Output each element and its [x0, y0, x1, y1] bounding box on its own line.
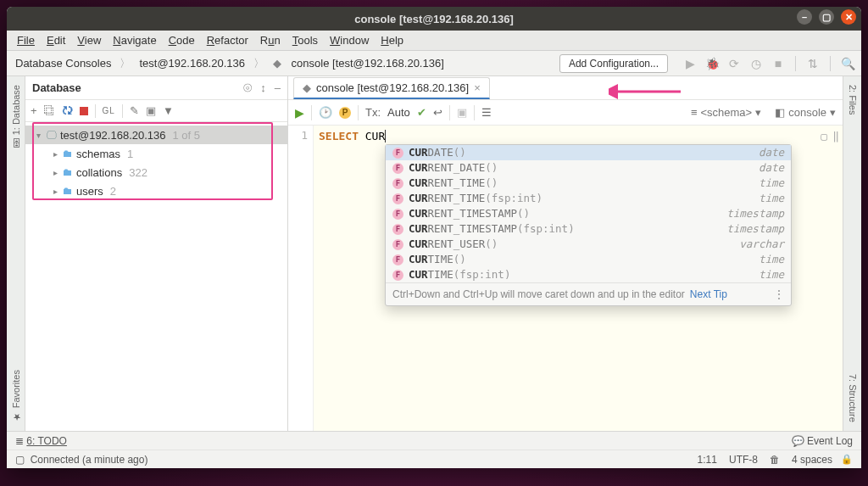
add-icon[interactable]: +	[31, 104, 37, 117]
console-icon[interactable]: ▣	[146, 104, 156, 117]
autocomplete-popup: F CURDATE() date F CURRENT_DATE() date F	[385, 144, 792, 306]
editor: ◆ console [test@192.168.20.136] × ▶ 🕑 P	[288, 76, 843, 431]
expand-arrow-icon[interactable]: ▸	[51, 149, 59, 159]
menu-window[interactable]: Window	[325, 32, 374, 48]
inspection-icon[interactable]: ▢	[821, 129, 827, 144]
sidebar-tab-favorites[interactable]: ★Favorites	[10, 361, 21, 431]
tree-item-collations[interactable]: ▸ 🖿 collations 322	[25, 163, 287, 182]
tree-item-users[interactable]: ▸ 🖿 users 2	[25, 182, 287, 200]
rollback-icon[interactable]: ↩	[433, 106, 442, 119]
settings-icon[interactable]: ☰	[481, 106, 492, 119]
breadcrumb[interactable]: ◆ console [test@192.168.20.136]	[273, 57, 444, 70]
star-icon: ★	[10, 411, 21, 422]
todo-tab[interactable]: 6: TODO	[26, 435, 67, 447]
autocomplete-item[interactable]: F CURRENT_TIMESTAMP(fsp:int) timestamp	[386, 221, 791, 237]
collapse-arrow-icon[interactable]: ▾	[34, 131, 42, 140]
breadcrumb[interactable]: Database Consoles	[15, 57, 111, 70]
close-button[interactable]: ✕	[841, 9, 856, 25]
autocomplete-item[interactable]: F CURRENT_TIME(fsp:int) time	[386, 191, 791, 206]
stop-icon[interactable]	[80, 107, 88, 115]
schema-icon: ≡	[691, 106, 698, 119]
window-icon[interactable]: ▢	[15, 454, 25, 466]
menu-view[interactable]: View	[72, 32, 106, 48]
pause-icon[interactable]: ‖	[832, 129, 839, 144]
autocomplete-item[interactable]: F CURDATE() date	[386, 145, 791, 160]
collapse-icon[interactable]: –	[275, 81, 281, 95]
sidebar-tab-structure[interactable]: 7: Structure	[848, 366, 858, 431]
menu-code[interactable]: Code	[164, 32, 200, 48]
refresh-icon[interactable]: 🗘	[62, 104, 73, 117]
add-configuration-button[interactable]: Add Configuration...	[559, 54, 668, 73]
minimize-button[interactable]: –	[797, 9, 812, 25]
menu-run[interactable]: Run	[255, 32, 286, 48]
menu-tools[interactable]: Tools	[287, 32, 323, 48]
schema-selector[interactable]: <schema>	[700, 106, 752, 119]
database-toolbar: + ⿻ 🗘 GL ✎ ▣ ▼	[25, 100, 287, 122]
maximize-button[interactable]: ▢	[819, 9, 834, 25]
menubar: File Edit View Navigate Code Refactor Ru…	[7, 31, 861, 51]
cursor-position[interactable]: 1:11	[698, 454, 717, 466]
navbar: Database Consoles 〉 test@192.168.20.136 …	[7, 51, 861, 76]
expand-arrow-icon[interactable]: ▸	[51, 187, 59, 196]
menu-navigate[interactable]: Navigate	[108, 32, 161, 48]
todo-icon[interactable]: ≣	[15, 435, 24, 447]
autocomplete-item[interactable]: F CURTIME() time	[386, 252, 791, 267]
menu-file[interactable]: File	[12, 32, 40, 48]
trash-icon[interactable]: 🗑	[770, 454, 780, 466]
code-area[interactable]: 1 SELECT CUR ▢ ‖ F CURDATE() date	[288, 126, 843, 431]
debug-icon[interactable]: 🐞	[705, 57, 719, 70]
vcs-icon[interactable]: ⇅	[806, 57, 820, 70]
close-tab-icon[interactable]: ×	[474, 81, 481, 94]
commit-icon[interactable]: ✔	[417, 106, 426, 119]
autocomplete-item[interactable]: F CURRENT_USER() varchar	[386, 237, 791, 252]
tree-root[interactable]: ▾ 🖵 test@192.168.20.136 1 of 5	[25, 126, 287, 144]
code-content[interactable]: SELECT CUR ▢ ‖ F CURDATE() date	[314, 126, 843, 431]
datasource-icon: 🖵	[46, 129, 57, 142]
function-badge-icon: F	[392, 224, 403, 235]
autocomplete-item[interactable]: F CURRENT_TIME() time	[386, 176, 791, 191]
lock-icon[interactable]: 🔒	[841, 454, 853, 465]
tx-value[interactable]: Auto	[387, 106, 410, 119]
run-icon[interactable]: ▶	[683, 57, 697, 70]
menu-edit[interactable]: Edit	[42, 32, 70, 48]
database-icon: 🗄	[11, 138, 21, 148]
menu-refactor[interactable]: Refactor	[202, 32, 253, 48]
autocomplete-item[interactable]: F CURRENT_DATE() date	[386, 160, 791, 176]
copy-icon[interactable]: ⿻	[44, 104, 55, 117]
editor-tab[interactable]: ◆ console [test@192.168.20.136] ×	[293, 77, 490, 99]
event-log-icon[interactable]: 💬	[792, 435, 804, 447]
search-icon[interactable]: 🔍	[841, 57, 854, 70]
autocomplete-hint: Ctrl+Down and Ctrl+Up will move caret do…	[386, 282, 791, 305]
indent-label[interactable]: 4 spaces	[792, 454, 832, 466]
stop-icon[interactable]: ■	[771, 57, 785, 70]
expand-arrow-icon[interactable]: ▸	[51, 168, 59, 177]
coverage-icon[interactable]: ⟳	[727, 57, 741, 70]
tree-item-schemas[interactable]: ▸ 🖿 schemas 1	[25, 144, 287, 163]
edit-icon[interactable]: ✎	[130, 104, 139, 117]
sidebar-tab-database[interactable]: 🗄1: Database	[11, 76, 21, 156]
chevron-down-icon[interactable]: ▾	[830, 106, 836, 119]
file-encoding[interactable]: UTF-8	[729, 454, 758, 466]
function-badge-icon: F	[392, 193, 403, 204]
cancel-icon[interactable]: ▣	[457, 106, 467, 119]
filter-icon[interactable]: ▼	[163, 104, 174, 117]
autocomplete-item[interactable]: F CURTIME(fsp:int) time	[386, 267, 791, 282]
database-tree: ▾ 🖵 test@192.168.20.136 1 of 5 ▸ 🖿 schem…	[25, 122, 287, 431]
gl-label[interactable]: GL	[103, 106, 115, 115]
history-icon[interactable]: 🕑	[319, 106, 332, 119]
function-badge-icon: F	[392, 163, 403, 174]
execute-icon[interactable]: ▶	[295, 106, 304, 120]
autocomplete-item[interactable]: F CURRENT_TIMESTAMP() timestamp	[386, 206, 791, 221]
chevron-down-icon[interactable]: ▾	[755, 106, 761, 119]
menu-help[interactable]: Help	[376, 32, 409, 48]
event-log-tab[interactable]: Event Log	[807, 435, 853, 447]
expand-all-icon[interactable]: ↕	[260, 81, 266, 95]
more-icon[interactable]: ⋮	[774, 287, 784, 302]
plan-icon[interactable]: P	[339, 107, 351, 119]
breadcrumb[interactable]: test@192.168.20.136	[139, 57, 245, 70]
sidebar-tab-files[interactable]: 2: Files	[848, 76, 858, 123]
next-tip-link[interactable]: Next Tip	[690, 287, 727, 302]
target-icon[interactable]: ⦾	[243, 81, 252, 95]
session-selector[interactable]: console	[788, 106, 826, 119]
profile-icon[interactable]: ◷	[749, 57, 763, 70]
